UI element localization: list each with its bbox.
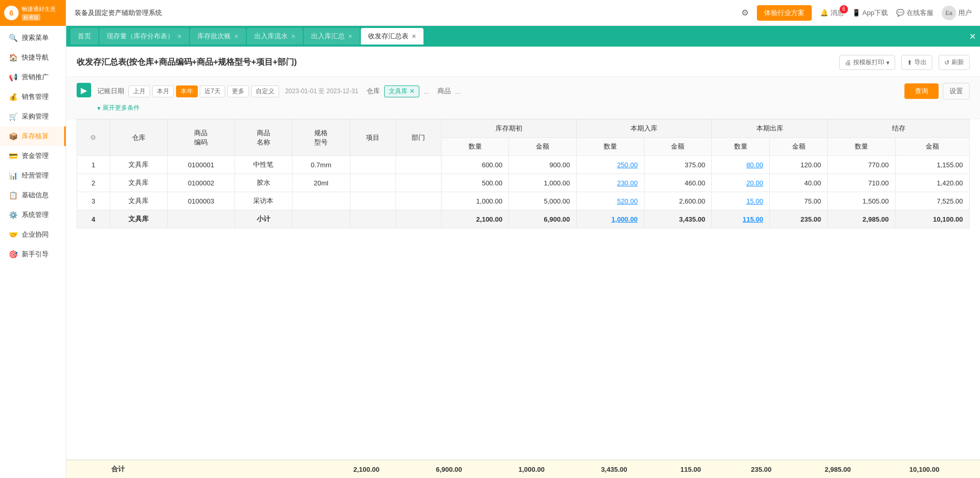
tab-close-inout-flow[interactable]: ✕ [291,33,296,40]
row-code: 0100002 [167,174,235,192]
sidebar-item-quick-nav[interactable]: 🏠快捷导航 [0,48,66,67]
sidebar-item-basic-info[interactable]: 📋基础信息 [0,185,66,205]
logo-icon: 6 [4,6,19,20]
sidebar-item-marketing[interactable]: 📢营销推广 [0,67,66,87]
out-qty-link[interactable]: 80.00 [747,161,764,169]
total-label: 合计 [97,460,139,478]
user-menu-button[interactable]: Ea 用户 [942,6,972,20]
refresh-button[interactable]: ↺ 刷新 [939,55,970,70]
subtotal-out-qty-link[interactable]: 115.00 [742,215,763,223]
sidebar-item-label: 搜索菜单 [22,33,49,42]
online-service-label: 在线客服 [906,8,933,18]
page-content: 收发存汇总表(按仓库+商品编码+商品+规格型号+项目+部门) 🖨 按模板打印 ▾… [66,47,980,478]
template-print-button[interactable]: 🖨 按模板打印 ▾ [839,55,895,70]
table-settings-icon[interactable]: ⚙ [90,134,96,141]
row-out-qty: 20.00 [712,174,770,192]
purchase-icon: 🛒 [8,112,18,121]
settings-gear-button[interactable]: ⚙ [741,8,749,18]
app-download-button[interactable]: 📱 App下载 [852,8,888,18]
sales-icon: 💰 [8,93,18,101]
expand-filter-button[interactable]: ▾ 展开更多条件 [97,104,970,112]
col-in-header: 本期入库 [577,120,712,138]
table-row: 2 文具库 0100002 胶水 20ml 500.00 1,000.00 23… [77,174,970,192]
warehouse-tag-close-button[interactable]: ✕ [409,88,415,95]
row-warehouse: 文具库 [110,156,167,174]
sidebar-item-system[interactable]: ⚙️系统管理 [0,205,66,225]
download-icon: 📱 [852,9,860,17]
tab-label: 现存量（库存分布表） [107,32,174,41]
row-balance-qty: 710.00 [828,174,896,192]
online-service-button[interactable]: 💬 在线客服 [896,8,933,18]
in-qty-link[interactable]: 230.00 [617,179,638,187]
sidebar-item-finance[interactable]: 💳资金管理 [0,146,66,166]
tab-batch-account[interactable]: 库存批次账 ✕ [190,28,246,45]
export-button[interactable]: ⬆ 导出 [901,55,932,70]
date-shortcut-本月[interactable]: 本月 [152,85,174,97]
col-out-header: 本期出库 [712,120,828,138]
tab-recv-send-summary[interactable]: 收发存汇总表 ✕ [361,28,423,45]
col-name-header: 商品名称 [235,120,292,156]
row-opening-qty: 500.00 [441,174,509,192]
date-shortcut-近7天[interactable]: 近7天 [200,85,225,97]
total-balance-qty: 2,985.00 [797,460,879,478]
query-button[interactable]: 查询 [904,83,939,99]
tab-close-recv-send-summary[interactable]: ✕ [412,33,416,40]
tab-stock-dist[interactable]: 现存量（库存分布表） ✕ [99,28,189,45]
tab-inout-summary[interactable]: 出入库汇总 ✕ [304,28,360,45]
service-icon: 💬 [896,9,904,17]
subtotal-warehouse: 文具库 [110,210,167,228]
date-range-text: 2023-01-01 至 2023-12-31 [285,87,358,96]
row-balance-amt: 1,155.00 [895,156,969,174]
table-footer: 合计 2,100.00 6,900.00 1,000.00 3,435.00 1… [66,459,980,478]
row-out-amt: 75.00 [770,192,828,210]
inventory-icon: 📦 [8,132,18,140]
tab-close-stock-dist[interactable]: ✕ [177,33,182,40]
row-opening-amt: 1,000.00 [509,174,577,192]
date-shortcut-更多[interactable]: 更多 [227,85,249,97]
sidebar-item-sales[interactable]: 💰销售管理 [0,87,66,107]
total-opening-amt: 6,900.00 [407,460,490,478]
sidebar-item-operation[interactable]: 📊经营管理 [0,166,66,185]
goods-input[interactable]: ... [455,88,461,95]
trial-button[interactable]: 体验行业方案 [757,5,812,21]
date-shortcut-上月[interactable]: 上月 [128,85,150,97]
filter-toggle-button[interactable]: ▶ [77,83,91,97]
col-balance-header: 结存 [828,120,970,138]
row-no: 1 [77,156,110,174]
tab-inout-flow[interactable]: 出入库流水 ✕ [247,28,303,45]
row-in-qty: 230.00 [577,174,645,192]
sidebar-item-inventory[interactable]: 📦库存核算 [0,126,66,146]
subtotal-in-qty-link[interactable]: 1,000.00 [611,215,638,223]
date-shortcuts: 上月本月本年近7天更多自定义 [128,85,279,97]
settings-button[interactable]: 设置 [943,83,970,99]
finance-icon: 💳 [8,152,18,160]
row-in-amt: 460.00 [644,174,712,192]
tab-label: 收发存汇总表 [368,32,408,41]
sidebar-item-purchase[interactable]: 🛒采购管理 [0,107,66,126]
tab-home[interactable]: 首页 [70,28,98,45]
sidebar-item-search[interactable]: 🔍搜索菜单 [0,28,66,48]
warehouse-more-button[interactable]: ... [423,88,429,95]
date-shortcut-本年[interactable]: 本年 [176,85,198,97]
row-balance-amt: 1,420.00 [895,174,969,192]
refresh-icon: ↺ [944,59,949,66]
in-qty-link[interactable]: 520.00 [617,197,638,205]
tabs-close-all-button[interactable]: ✕ [969,32,976,41]
row-out-qty: 15.00 [712,192,770,210]
tab-close-inout-summary[interactable]: ✕ [348,33,353,40]
date-shortcut-自定义[interactable]: 自定义 [251,85,279,97]
out-qty-link[interactable]: 20.00 [747,179,764,187]
row-balance-qty: 1,505.00 [828,192,896,210]
tab-label: 出入库流水 [254,32,288,41]
avatar: Ea [942,6,956,20]
tab-close-batch-account[interactable]: ✕ [234,33,239,40]
table-row: 1 文具库 0100001 中性笔 0.7mm 600.00 900.00 25… [77,156,970,174]
sidebar-item-enterprise[interactable]: 🤝企业协同 [0,225,66,244]
out-qty-link[interactable]: 15.00 [747,197,764,205]
row-warehouse: 文具库 [110,192,167,210]
sidebar-item-guide[interactable]: 🎯新手引导 [0,244,66,264]
col-code-header: 商品编码 [167,120,235,156]
page-header: 收发存汇总表(按仓库+商品编码+商品+规格型号+项目+部门) 🖨 按模板打印 ▾… [66,47,980,77]
in-qty-link[interactable]: 250.00 [617,161,638,169]
notification-button[interactable]: 🔔 消息 6 [820,8,844,18]
